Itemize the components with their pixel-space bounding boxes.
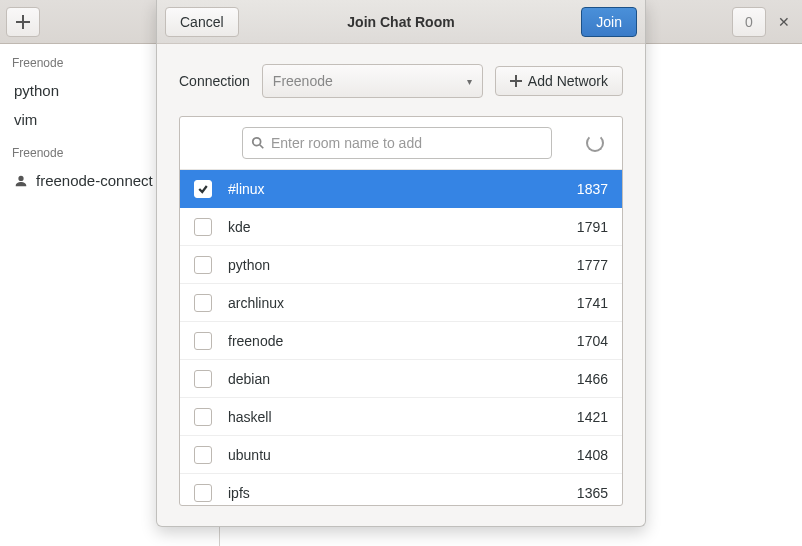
room-checkbox[interactable] [194, 180, 212, 198]
connection-combo[interactable]: Freenode ▾ [262, 64, 483, 98]
svg-point-0 [253, 138, 261, 146]
connection-label: Connection [179, 73, 250, 89]
room-row[interactable]: debian1466 [180, 360, 622, 398]
room-row[interactable]: freenode1704 [180, 322, 622, 360]
room-checkbox[interactable] [194, 256, 212, 274]
room-name: archlinux [228, 295, 561, 311]
room-user-count: 1365 [577, 485, 608, 501]
room-row[interactable]: python1777 [180, 246, 622, 284]
room-search-field[interactable] [271, 135, 543, 151]
dialog-headerbar: Cancel Join Chat Room Join [157, 0, 645, 44]
search-icon [251, 136, 265, 150]
room-user-count: 1408 [577, 447, 608, 463]
room-user-count: 1466 [577, 371, 608, 387]
room-row[interactable]: ubuntu1408 [180, 436, 622, 474]
connection-selected-value: Freenode [273, 73, 333, 89]
room-checkbox[interactable] [194, 408, 212, 426]
room-name: ipfs [228, 485, 561, 501]
window-close-button[interactable]: ✕ [772, 14, 796, 30]
add-room-button[interactable] [6, 7, 40, 37]
room-name: ubuntu [228, 447, 561, 463]
room-row[interactable]: haskell1421 [180, 398, 622, 436]
room-name: kde [228, 219, 561, 235]
room-name: haskell [228, 409, 561, 425]
loading-spinner-icon [586, 134, 604, 152]
room-row[interactable]: kde1791 [180, 208, 622, 246]
room-list: #linux1837kde1791python1777archlinux1741… [180, 170, 622, 505]
room-search-input[interactable] [242, 127, 552, 159]
room-checkbox[interactable] [194, 218, 212, 236]
room-user-count: 1791 [577, 219, 608, 235]
room-row[interactable]: ipfs1365 [180, 474, 622, 505]
svg-line-1 [260, 145, 264, 149]
room-name: python [228, 257, 561, 273]
sidebar-item-label: python [14, 82, 59, 99]
room-row[interactable]: archlinux1741 [180, 284, 622, 322]
room-name: debian [228, 371, 561, 387]
join-button[interactable]: Join [581, 7, 637, 37]
room-user-count: 1704 [577, 333, 608, 349]
join-chat-room-dialog: Cancel Join Chat Room Join Connection Fr… [156, 0, 646, 527]
room-row[interactable]: #linux1837 [180, 170, 622, 208]
room-user-count: 1741 [577, 295, 608, 311]
room-name: freenode [228, 333, 561, 349]
notification-count-text: 0 [745, 14, 753, 30]
room-checkbox[interactable] [194, 370, 212, 388]
dialog-title: Join Chat Room [347, 14, 454, 30]
room-checkbox[interactable] [194, 332, 212, 350]
sidebar-item-label: freenode-connect [36, 172, 153, 189]
room-list-box: #linux1837kde1791python1777archlinux1741… [179, 116, 623, 506]
chevron-down-icon: ▾ [467, 76, 472, 87]
sidebar-item-label: vim [14, 111, 37, 128]
notification-count-badge[interactable]: 0 [732, 7, 766, 37]
room-user-count: 1837 [577, 181, 608, 197]
cancel-button[interactable]: Cancel [165, 7, 239, 37]
room-user-count: 1777 [577, 257, 608, 273]
plus-icon [510, 75, 522, 87]
room-checkbox[interactable] [194, 446, 212, 464]
room-name: #linux [228, 181, 561, 197]
add-network-button[interactable]: Add Network [495, 66, 623, 96]
room-user-count: 1421 [577, 409, 608, 425]
room-checkbox[interactable] [194, 294, 212, 312]
room-checkbox[interactable] [194, 484, 212, 502]
person-icon [14, 174, 28, 188]
